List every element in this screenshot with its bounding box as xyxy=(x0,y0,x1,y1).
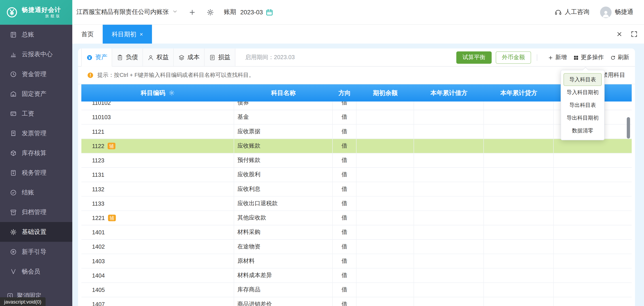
direction: 借 xyxy=(333,168,356,182)
sidebar-item-label: 云报表中心 xyxy=(22,50,52,58)
tab-liabilities[interactable]: 负债 xyxy=(112,49,143,66)
refresh-label: 刷新 xyxy=(618,54,629,61)
table-row[interactable]: 1132 应收利息 借 xyxy=(81,182,632,196)
coin-icon xyxy=(86,54,93,61)
direction: 借 xyxy=(333,125,356,138)
table-row[interactable]: 1221辅 其他应收款 借 xyxy=(81,211,632,225)
ytd-debit-cell xyxy=(414,283,484,297)
tab-close-icon[interactable]: × xyxy=(140,31,143,38)
subject-opening-panel: 资产 负债 权益 成本 损益 启用期间：2023.03 xyxy=(78,49,635,306)
tab-equity[interactable]: 权益 xyxy=(143,49,174,66)
tab-profit-loss[interactable]: 损益 xyxy=(204,49,236,66)
sidebar-item-fixed-assets[interactable]: 固定资产 xyxy=(0,84,72,104)
table-row[interactable]: 1402 在途物资 借 xyxy=(81,240,632,254)
subject-name: 基金 xyxy=(234,110,333,124)
direction: 借 xyxy=(333,297,356,306)
add-button-label: 新增 xyxy=(556,54,567,61)
opening-balance-cell xyxy=(356,102,414,110)
more-actions-button[interactable]: 更多操作 xyxy=(572,51,606,64)
calendar-icon xyxy=(266,9,273,16)
workspace-tab-bar: 首页 科目期初 × xyxy=(72,25,644,44)
table-row[interactable]: 1404 材料成本差异 借 xyxy=(81,268,632,283)
bar-chart-icon xyxy=(10,51,17,58)
avatar[interactable] xyxy=(600,6,612,18)
period-picker[interactable]: 2023-03 xyxy=(240,9,273,16)
tab-home[interactable]: 首页 xyxy=(72,25,103,44)
fullscreen-icon[interactable] xyxy=(631,31,637,38)
table-row[interactable]: 110103 基金 借 xyxy=(81,110,632,125)
app-logo: 畅捷通好会计 旗舰版 xyxy=(0,0,72,25)
add-account-set-button[interactable] xyxy=(188,9,196,16)
table-row[interactable]: 1131 应收股利 借 xyxy=(81,168,632,182)
subject-code: 1123 xyxy=(92,157,104,164)
extra-cell xyxy=(554,168,632,182)
ytd-debit-cell xyxy=(414,196,484,210)
table-row[interactable]: 1121 应收票据 借 xyxy=(81,125,632,139)
table-header: 科目编码 科目名称 方向 期初余额 本年累计借方 本年累计贷方 xyxy=(81,84,632,102)
menu-item-export-opening[interactable]: 导出科目期初 xyxy=(564,111,602,124)
trial-balance-button[interactable]: 试算平衡 xyxy=(456,51,492,64)
ytd-credit-cell xyxy=(484,225,554,239)
enabled-period-text: 启用期间：2023.03 xyxy=(245,54,295,61)
table-row[interactable]: 1123 预付账款 借 xyxy=(81,153,632,168)
sidebar-item-tax[interactable]: 税务管理 xyxy=(0,163,72,183)
username[interactable]: 畅捷通 xyxy=(615,8,634,16)
sidebar-item-membership[interactable]: 畅会员 xyxy=(0,261,72,281)
chevron-down-icon[interactable] xyxy=(172,9,178,16)
table-row[interactable]: 1407 商品进销差价 借 xyxy=(81,297,632,306)
sidebar-item-inventory[interactable]: 库存核算 xyxy=(0,143,72,163)
vertical-scrollbar[interactable] xyxy=(627,117,630,138)
sidebar-item-general-ledger[interactable]: 总账 xyxy=(0,25,72,44)
table-row[interactable]: 1405 库存商品 借 xyxy=(81,283,632,297)
table-row[interactable]: 110102 债券 借 xyxy=(81,102,632,110)
cube-icon xyxy=(10,149,17,156)
ytd-credit-cell xyxy=(484,153,554,167)
disable-subject-button[interactable]: 禁用科目 xyxy=(602,72,625,79)
sidebar-item-cloud-reports[interactable]: 云报表中心 xyxy=(0,44,72,64)
table-row[interactable]: 1133 应收出口退税款 借 xyxy=(81,196,632,211)
menu-item-import-opening[interactable]: 导入科目期初 xyxy=(564,86,602,99)
menu-item-clear-data[interactable]: 数据清零 xyxy=(564,124,602,137)
ytd-credit-cell xyxy=(484,268,554,282)
table-row[interactable]: 1401 材料采购 借 xyxy=(81,225,632,240)
ytd-credit-cell xyxy=(484,102,554,110)
sidebar-item-basic-settings[interactable]: 基础设置 xyxy=(0,222,72,242)
column-settings-icon[interactable] xyxy=(168,90,175,96)
sidebar-item-label: 基础设置 xyxy=(22,228,46,236)
tab-label: 首页 xyxy=(81,30,94,38)
sidebar-item-funds[interactable]: 资金管理 xyxy=(0,64,72,84)
subject-code: 1133 xyxy=(92,200,104,207)
tab-assets[interactable]: 资产 xyxy=(81,49,112,67)
tab-subject-opening[interactable]: 科目期初 × xyxy=(103,25,152,44)
main-content: 资产 负债 权益 成本 损益 启用期间：2023.03 xyxy=(72,44,644,306)
col-header-ytd-debit: 本年累计借方 xyxy=(414,84,484,102)
ytd-credit-cell xyxy=(484,240,554,253)
grid-icon xyxy=(573,55,579,60)
sidebar-item-invoices[interactable]: 发票管理 xyxy=(0,123,72,143)
opening-balance-cell xyxy=(356,125,414,138)
add-button[interactable]: 新增 xyxy=(546,51,568,64)
sidebar-item-label: 库存核算 xyxy=(22,149,46,157)
opening-balance-cell xyxy=(356,254,414,268)
tab-cost[interactable]: 成本 xyxy=(174,49,204,66)
sidebar-item-archive[interactable]: 归档管理 xyxy=(0,202,72,222)
settings-gear-icon[interactable] xyxy=(206,9,214,16)
close-all-tabs-icon[interactable] xyxy=(616,31,622,38)
table-row[interactable]: 1403 原材料 借 xyxy=(81,254,632,268)
ytd-debit-cell xyxy=(414,153,484,167)
sidebar-item-beginner-guide[interactable]: 新手引导 xyxy=(0,242,72,261)
extra-cell xyxy=(554,139,632,153)
foreign-currency-button[interactable]: 外币金额 xyxy=(496,51,531,64)
sidebar-item-closing[interactable]: 结账 xyxy=(0,183,72,202)
clipboard-icon xyxy=(116,54,123,61)
ytd-debit-cell xyxy=(414,268,484,282)
menu-item-export-subjects[interactable]: 导出科目表 xyxy=(564,99,602,112)
table-row-selected[interactable]: 1122辅 应收账款 借 xyxy=(81,139,632,153)
opening-balance-cell xyxy=(356,182,414,196)
ytd-debit-cell xyxy=(414,297,484,306)
menu-item-import-subjects[interactable]: 导入科目表 xyxy=(564,73,602,86)
company-selector[interactable]: 江西服宝精品有限责任公司内账张 xyxy=(76,8,169,16)
sidebar-item-payroll[interactable]: 工资 xyxy=(0,104,72,123)
support-button[interactable]: 人工咨询 xyxy=(554,8,590,16)
refresh-button[interactable]: 刷新 xyxy=(609,51,631,64)
